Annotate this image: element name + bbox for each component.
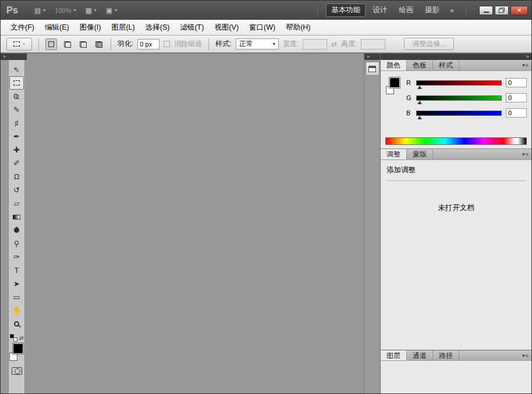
tab-styles[interactable]: 样式: [433, 60, 459, 70]
brush-tool[interactable]: ✐: [9, 157, 24, 170]
no-document-status: 未打开文档: [386, 203, 526, 213]
menu-window[interactable]: 窗口(W): [244, 20, 281, 35]
tab-swatches[interactable]: 色板: [407, 60, 433, 70]
layers-tabbar: 图层 通道 路径 ▾≡: [381, 350, 531, 361]
collapsed-panel-button[interactable]: [366, 62, 380, 76]
tab-masks[interactable]: 蒙版: [407, 149, 433, 159]
refine-edge-button: 调整边缘...: [404, 38, 454, 50]
color-spectrum-ramp[interactable]: [385, 137, 527, 145]
pen-tool[interactable]: ✑: [9, 250, 24, 264]
dodge-tool[interactable]: ⚲: [9, 237, 24, 250]
green-slider-thumb[interactable]: [417, 101, 422, 104]
background-color-swatch[interactable]: [9, 353, 17, 361]
close-button[interactable]: ×: [510, 6, 528, 15]
menu-image[interactable]: 图像(I): [75, 20, 107, 35]
hand-tool[interactable]: ✋: [9, 304, 24, 317]
menu-help[interactable]: 帮助(H): [281, 20, 315, 35]
menu-filter[interactable]: 滤镜(T): [175, 20, 209, 35]
move-tool[interactable]: ⇖: [9, 63, 24, 76]
restore-button[interactable]: [495, 6, 509, 15]
menu-file[interactable]: 文件(F): [5, 20, 40, 35]
view-extras-button[interactable]: ▦ ▾: [86, 6, 97, 15]
quick-selection-tool[interactable]: ✎: [9, 103, 24, 116]
lasso-tool[interactable]: Ҩ: [9, 90, 24, 103]
type-tool[interactable]: T: [9, 264, 24, 277]
clone-stamp-tool[interactable]: Ω: [9, 170, 24, 183]
canvas-workspace: [27, 54, 364, 393]
menu-layer[interactable]: 图层(L): [106, 20, 140, 35]
path-selection-tool[interactable]: ➤: [9, 277, 24, 290]
workspace-photography-button[interactable]: 摄影: [420, 4, 444, 16]
spot-healing-brush-tool[interactable]: ✚: [9, 143, 24, 157]
zoom-level-value: 100%: [55, 7, 71, 14]
dock-collapse-strip[interactable]: »: [381, 54, 531, 60]
subtract-selection-mode-button[interactable]: [77, 38, 88, 50]
divider: [208, 38, 209, 50]
default-colors-icon[interactable]: [10, 334, 17, 342]
blue-slider[interactable]: [416, 111, 502, 116]
eraser-tool[interactable]: ▱: [9, 197, 24, 210]
blue-slider-thumb[interactable]: [417, 116, 422, 119]
panel-menu-icon[interactable]: ▾≡: [522, 62, 529, 68]
arrange-documents-button[interactable]: ▤ ▾: [34, 6, 45, 15]
color-panel-tabbar: 颜色 色板 样式 ▾≡: [381, 60, 531, 71]
green-value-input[interactable]: [506, 93, 527, 102]
intersect-selection-mode-button[interactable]: [93, 38, 104, 50]
rectangle-tool[interactable]: ▭: [9, 290, 24, 304]
swap-colors-icon[interactable]: ⇄: [19, 335, 24, 341]
rectangular-marquee-tool[interactable]: [9, 76, 24, 90]
swap-dimensions-icon: ⇄: [331, 40, 337, 48]
workspace-overflow-chevron[interactable]: »: [446, 6, 457, 15]
red-value-input[interactable]: [506, 78, 527, 87]
green-slider[interactable]: [416, 95, 502, 101]
red-slider[interactable]: [416, 80, 502, 86]
screen-mode-button[interactable]: ▣ ▾: [106, 6, 117, 15]
quick-mask-button[interactable]: [12, 367, 22, 375]
add-adjustment-label: 添加调整: [386, 165, 526, 181]
color-utility-row: ⇄: [9, 334, 24, 342]
menu-edit[interactable]: 编辑(E): [40, 20, 75, 35]
eyedropper-tool[interactable]: ✒: [9, 130, 24, 143]
red-slider-thumb[interactable]: [417, 86, 422, 89]
feather-input[interactable]: [137, 39, 159, 49]
history-brush-tool[interactable]: ↺: [9, 183, 24, 197]
panel-menu-icon[interactable]: ▾≡: [522, 151, 529, 157]
mini-dock-collapse-strip[interactable]: »: [364, 54, 380, 60]
tab-color[interactable]: 颜色: [381, 60, 407, 70]
new-selection-mode-button[interactable]: [45, 38, 57, 50]
toolbar-collapse-strip[interactable]: »: [1, 54, 27, 60]
minimize-button[interactable]: [479, 6, 493, 15]
crop-icon: ♯: [15, 119, 19, 127]
main-area: » ⇖ Ҩ ✎ ♯ ✒ ✚ ✐ Ω ↺ ▱ ⚲ ✑ T ➤ ▭ ✋: [1, 53, 531, 393]
tab-adjustments[interactable]: 调整: [381, 149, 407, 159]
panel-foreground-swatch[interactable]: [389, 77, 400, 88]
red-channel-row: R: [406, 78, 527, 87]
pen-icon: ✑: [13, 253, 20, 261]
style-select-value: 正常: [239, 39, 253, 49]
chevron-down-icon: ▾: [23, 41, 25, 47]
foreground-color-swatch[interactable]: [13, 343, 23, 354]
workspace-switcher: 基本功能 设计 绘画 摄影 » ×: [311, 3, 528, 17]
zoom-tool[interactable]: [9, 317, 24, 331]
tab-channels[interactable]: 通道: [407, 350, 433, 360]
style-select[interactable]: 正常 ▾: [236, 38, 279, 49]
workspace-design-button[interactable]: 设计: [368, 4, 392, 16]
blue-value-input[interactable]: [506, 108, 527, 118]
menu-select[interactable]: 选择(S): [140, 20, 175, 35]
app-bar-tools: ▤ ▾ 100% ▾ ▦ ▾ ▣ ▾: [34, 6, 117, 15]
blur-tool[interactable]: [9, 223, 24, 237]
gradient-tool[interactable]: [9, 210, 24, 223]
history-brush-icon: ↺: [13, 186, 20, 194]
width-label: 宽度:: [283, 39, 299, 49]
workspace-essentials-button[interactable]: 基本功能: [326, 3, 366, 17]
panel-menu-icon[interactable]: ▾≡: [522, 353, 529, 358]
menu-view[interactable]: 视图(V): [209, 20, 244, 35]
tool-preset-picker[interactable]: ▾: [6, 38, 32, 51]
close-icon: ×: [517, 7, 521, 13]
tab-layers[interactable]: 图层: [381, 350, 407, 360]
tab-paths[interactable]: 路径: [433, 350, 459, 360]
workspace-painting-button[interactable]: 绘画: [394, 4, 418, 16]
crop-tool[interactable]: ♯: [9, 116, 24, 130]
new-selection-icon: [48, 41, 55, 48]
add-selection-mode-button[interactable]: [61, 38, 73, 50]
